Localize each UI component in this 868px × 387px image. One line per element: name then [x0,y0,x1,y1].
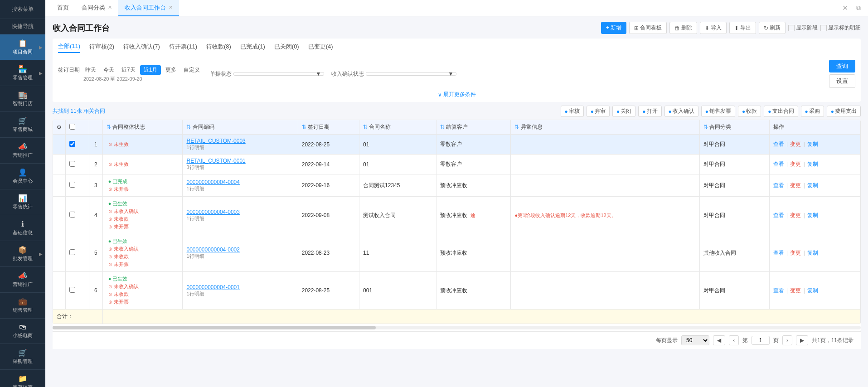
col-header-name[interactable]: ⇅ 合同名称 [359,120,436,135]
edit-action[interactable]: 变更 [790,212,801,218]
contract-code-link[interactable]: 0000000000004-0002 [186,247,239,253]
filter-tab-pending-invoice[interactable]: 待开票(11) [169,43,197,53]
copy-action[interactable]: 复制 [807,141,818,147]
contract-code-link[interactable]: RETAIL_CUSTOM-0001 [186,158,245,164]
contract-code-link[interactable]: 0000000000004-0004 [186,179,239,185]
sidebar-item-retail-mgmt[interactable]: 🏪 零售管理 ▶ [0,60,45,86]
per-page-select[interactable]: 50 [681,335,709,345]
cell-checkbox[interactable] [66,135,89,155]
sidebar-item-sales-mgmt[interactable]: 💼 销售管理 [0,293,45,319]
setting-button[interactable]: 设置 [829,74,855,88]
tab-income-contract[interactable]: 收入合同工作台 ✕ [118,0,179,16]
delete-button[interactable]: 🗑 删除 [669,22,697,34]
sidebar-nav[interactable]: 快捷导航 [0,19,45,34]
sidebar-item-member[interactable]: 👤 会员中心 [0,164,45,189]
col-header-settings[interactable]: ⚙ [53,120,66,135]
filter-tab-pending-income-confirm[interactable]: 待收入确认(7) [123,43,160,53]
contract-code-link[interactable]: 0000000000004-0001 [186,284,239,290]
col-header-status[interactable]: ⇅ 合同整体状态 [102,120,183,135]
copy-action[interactable]: 复制 [807,212,818,218]
sidebar-item-xiaochang[interactable]: 🛍 小畅电商 [0,319,45,344]
board-button[interactable]: ⊞ 合同看板 [629,22,667,34]
date-btn-today[interactable]: 今天 [101,65,117,75]
view-action[interactable]: 查看 [773,212,784,218]
date-btn-last7[interactable]: 近7天 [119,65,138,75]
cell-settings[interactable] [53,135,66,155]
row-checkbox[interactable] [69,287,75,293]
toolbar-btn-income-confirm[interactable]: ● 收入确认 [664,106,698,117]
col-header-exception[interactable]: ⇅ 异常信息 [511,120,699,135]
date-btn-last1month[interactable]: 近1月 [140,65,161,75]
filter-tab-pending-review[interactable]: 待审核(2) [89,43,114,53]
import-button[interactable]: ⬇ 导入 [700,22,727,34]
edit-action[interactable]: 变更 [790,141,801,147]
show-stage-checkbox[interactable]: 显示阶段 [788,24,818,32]
query-button[interactable]: 查询 [829,60,855,73]
date-btn-yesterday[interactable]: 昨天 [82,65,99,75]
sidebar-item-purchase[interactable]: 🛒 采购管理 [0,344,45,370]
col-header-customer[interactable]: ⇅ 结算客户 [436,120,511,135]
scrollbar-thumb[interactable] [53,326,376,329]
row-checkbox[interactable] [69,212,75,218]
filter-tab-completed[interactable]: 已完成(1) [240,43,265,53]
cell-checkbox[interactable] [66,155,89,174]
window-close-icon[interactable]: ✕ [839,4,852,12]
row-checkbox[interactable] [69,161,75,167]
tab-contract-cat[interactable]: 合同分类 ✕ [75,0,118,16]
sidebar-item-retail-stat[interactable]: 📊 零售统计 [0,189,45,215]
col-header-sign-date[interactable]: ⇅ 签订日期 [298,120,359,135]
sidebar-item-inventory[interactable]: 📁 库存核算 [0,370,45,387]
toolbar-btn-close[interactable]: ● 关闭 [612,106,635,117]
col-header-checkbox[interactable] [66,120,89,135]
sidebar-item-base-info[interactable]: ℹ 基础信息 [0,215,45,241]
cell-settings[interactable] [53,155,66,174]
sidebar-item-retail-shop[interactable]: 🛒 零售商城 [0,112,45,138]
new-button[interactable]: + 新增 [601,22,626,34]
contract-code-link[interactable]: 0000000000004-0003 [186,209,239,215]
filter-tab-changed[interactable]: 已变更(4) [308,43,333,53]
export-button[interactable]: ⬆ 导出 [729,22,756,34]
view-action[interactable]: 查看 [773,141,784,147]
page-input[interactable] [752,336,770,345]
tab-close-income-contract[interactable]: ✕ [169,5,173,10]
sidebar-search[interactable]: 搜索菜单 [0,0,45,19]
cell-settings[interactable] [53,234,66,272]
toolbar-btn-expense-out[interactable]: ● 费用支出 [827,106,861,117]
cell-checkbox[interactable] [66,197,89,234]
date-btn-custom[interactable]: 自定义 [181,65,203,75]
toolbar-btn-review[interactable]: ● 审核 [561,106,584,117]
copy-action[interactable]: 复制 [807,182,818,189]
first-page-button[interactable]: ◀ [713,335,725,345]
copy-action[interactable]: 复制 [807,161,818,167]
tab-home[interactable]: 首页 [51,0,75,16]
toolbar-btn-out-contract[interactable]: ● 支出合同 [764,106,798,117]
col-header-code[interactable]: ⇅ 合同编码 [183,120,298,135]
sidebar-item-project[interactable]: 📋 项目合同 ▶ [0,34,45,60]
toolbar-btn-abandon[interactable]: ● 弃审 [587,106,610,117]
toolbar-btn-purchase[interactable]: ● 采购 [801,106,824,117]
doc-status-select[interactable]: ▼ [233,72,324,76]
prev-page-button[interactable]: ‹ [729,335,739,345]
horizontal-scrollbar[interactable] [53,326,861,329]
col-header-category[interactable]: ⇅ 合同分类 [699,120,769,135]
copy-action[interactable]: 复制 [807,287,818,294]
show-detail-checkbox[interactable]: 显示标的明细 [820,24,861,32]
toolbar-btn-print[interactable]: ● 打开 [638,106,661,117]
filter-tab-closed[interactable]: 已关闭(0) [274,43,299,53]
view-action[interactable]: 查看 [773,287,784,294]
filter-tab-pending-collection[interactable]: 待收款(8) [206,43,231,53]
row-checkbox[interactable] [69,249,75,255]
cell-settings[interactable] [53,272,66,310]
cell-checkbox[interactable] [66,272,89,310]
view-action[interactable]: 查看 [773,161,784,167]
income-status-select[interactable]: ▼ [366,72,456,76]
date-btn-more[interactable]: 更多 [163,65,179,75]
refresh-button[interactable]: ↻ 刷新 [759,22,786,34]
cell-settings[interactable] [53,174,66,197]
sidebar-item-marketing2[interactable]: 📣 营销推广 [0,267,45,293]
select-all-checkbox[interactable] [69,124,75,130]
cell-settings[interactable] [53,197,66,234]
sidebar-item-marketing[interactable]: 📣 营销推广 [0,138,45,164]
view-action[interactable]: 查看 [773,250,784,256]
sidebar-item-smart-store[interactable]: 🏬 智慧门店 [0,86,45,112]
